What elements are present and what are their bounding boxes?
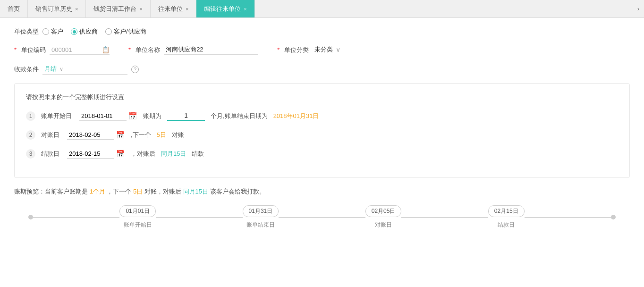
unit-category-label: 单位分类: [284, 46, 309, 54]
tab-bar: 首页 销售订单历史 × 钱货日清工作台 × 往来单位 × 编辑往来单位 × ›: [0, 0, 644, 18]
timeline-start-dot: [28, 215, 33, 219]
timeline-node-3: 02月05日 对账日: [365, 205, 402, 229]
preview-text: 账期预览：当前客户账期是 1个月 ，下一个 5日 对账，对账后 同月15日 该客…: [14, 187, 630, 196]
tab-cash-daily[interactable]: 钱货日清工作台 ×: [86, 0, 150, 17]
row-label-3: 结款日: [41, 150, 59, 158]
payment-chevron-icon: ∨: [59, 66, 63, 72]
date-input-2[interactable]: [67, 130, 114, 140]
preview-part1: 1个月: [90, 188, 105, 195]
calendar-icon-2[interactable]: 📅: [116, 131, 125, 139]
settings-box: 请按照未来的一个完整帐期进行设置 1 账单开始日 📅 账期为 个月,账单结束日期…: [14, 83, 630, 178]
required-name: *: [128, 46, 131, 53]
timeline-badge-4: 02月15日: [488, 205, 525, 217]
timeline-line-4: [401, 217, 488, 218]
tab-more-button[interactable]: ›: [633, 0, 644, 17]
payment-select[interactable]: 月结 ∨: [42, 64, 127, 75]
timeline-node-1: 01月01日 账单开始日: [119, 205, 156, 229]
payment-value: 月结: [44, 65, 57, 73]
preview-suffix: 该客户会给我打款。: [210, 188, 265, 195]
timeline: 01月01日 账单开始日 01月31日 账单结束日 02月05日 对账日 02月…: [14, 205, 630, 229]
payment-help-icon[interactable]: ?: [131, 66, 139, 73]
period-unit: 个月,账单结束日期为: [211, 112, 268, 120]
preview-part2-suffix: 对账，对账后: [144, 188, 181, 195]
required-category: *: [277, 46, 280, 53]
unit-category-value: 未分类: [314, 45, 333, 54]
radio-customer-circle: [42, 28, 49, 35]
tab-close-cash-daily[interactable]: ×: [139, 6, 142, 12]
radio-group: 客户 供应商 客户/供应商: [42, 27, 146, 36]
timeline-line-3: [279, 217, 365, 218]
date-input-group-1: 📅: [79, 111, 137, 121]
timeline-node-4: 02月15日 结款日: [488, 205, 525, 229]
radio-supplier[interactable]: 供应商: [71, 27, 98, 36]
period-end-date: 2018年01月31日: [273, 112, 319, 120]
payment-highlight: 同月15日: [161, 150, 186, 158]
calendar-icon-3[interactable]: 📅: [116, 150, 125, 158]
unit-type-group: 单位类型 客户 供应商 客户/供应商: [14, 27, 146, 36]
radio-supplier-circle: [71, 28, 77, 35]
tab-edit-partner[interactable]: 编辑往来单位 ×: [196, 0, 254, 17]
settings-row-1: 1 账单开始日 📅 账期为 个月,账单结束日期为 2018年01月31日: [26, 111, 618, 121]
tab-partner[interactable]: 往来单位 ×: [151, 0, 196, 17]
row-num-1: 1: [26, 111, 35, 121]
unit-category-select[interactable]: 未分类 ∨: [313, 44, 388, 55]
row-label-1: 账单开始日: [41, 112, 72, 120]
unit-category-group: * 单位分类 未分类 ∨: [277, 44, 388, 55]
reconcile-desc-prefix: ,下一个: [131, 131, 151, 139]
preview-part3-highlight: 同月15日: [183, 188, 208, 195]
timeline-badge-2: 01月31日: [243, 205, 279, 217]
settings-row-3: 3 结款日 📅 ，对账后 同月15日 结款: [26, 149, 618, 159]
unit-name-input[interactable]: [164, 45, 258, 55]
reconcile-desc-suffix: 对账: [172, 131, 184, 139]
date-input-1[interactable]: [79, 111, 127, 121]
radio-supplier-label: 供应商: [79, 27, 98, 36]
tab-home[interactable]: 首页: [0, 0, 28, 17]
timeline-badge-3: 02月05日: [365, 205, 402, 217]
tab-close-sales-history[interactable]: ×: [75, 6, 78, 12]
date-input-group-2: 📅: [67, 130, 125, 140]
timeline-line-2: [156, 217, 242, 218]
preview-prefix: 账期预览：当前客户账期是: [14, 188, 88, 195]
payment-label: 收款条件: [14, 65, 39, 74]
settings-row-2: 2 对账日 📅 ,下一个 5日 对账: [26, 130, 618, 140]
category-chevron-icon: ∨: [336, 46, 340, 53]
row-num-3: 3: [26, 149, 35, 159]
timeline-label-2: 账单结束日: [246, 221, 275, 229]
tab-close-partner[interactable]: ×: [186, 6, 188, 12]
tab-close-edit-partner[interactable]: ×: [244, 6, 246, 12]
payment-group: 收款条件 月结 ∨ ?: [14, 64, 139, 75]
unit-code-label: 单位编码: [21, 46, 46, 54]
timeline-end-dot: [611, 215, 616, 219]
payment-desc-prefix: ，对账后: [131, 150, 155, 158]
payment-row: 收款条件 月结 ∨ ?: [14, 64, 630, 75]
timeline-label-3: 对账日: [375, 221, 392, 229]
radio-customer[interactable]: 客户: [42, 27, 63, 36]
tab-sales-history[interactable]: 销售订单历史 ×: [28, 0, 86, 17]
main-content: 单位类型 客户 供应商 客户/供应商 * 单位编码: [0, 18, 644, 287]
radio-customer-supplier[interactable]: 客户/供应商: [105, 27, 146, 36]
date-input-3[interactable]: [67, 149, 114, 159]
timeline-line-5: [525, 217, 611, 218]
payment-desc-suffix: 结款: [192, 150, 204, 158]
radio-customer-label: 客户: [51, 27, 63, 36]
chevron-right-icon: ›: [637, 5, 639, 12]
required-code: *: [14, 46, 17, 53]
calendar-icon-1[interactable]: 📅: [128, 112, 137, 120]
unit-code-input-wrapper: 📋: [50, 45, 110, 55]
settings-title: 请按照未来的一个完整帐期进行设置: [26, 93, 618, 101]
unit-name-label: 单位名称: [136, 46, 160, 54]
reconcile-highlight: 5日: [157, 131, 166, 139]
timeline-line-1: [33, 217, 119, 218]
unit-code-calendar-icon[interactable]: 📋: [102, 46, 110, 53]
preview-section: 账期预览：当前客户账期是 1个月 ，下一个 5日 对账，对账后 同月15日 该客…: [14, 187, 630, 229]
row-label-2: 对账日: [41, 131, 59, 139]
unit-info-row: * 单位编码 📋 * 单位名称 * 单位分类 未分类 ∨: [14, 44, 630, 55]
radio-customer-supplier-label: 客户/供应商: [114, 27, 146, 36]
timeline-badge-1: 01月01日: [119, 205, 156, 217]
unit-type-label: 单位类型: [14, 27, 39, 36]
timeline-node-2: 01月31日 账单结束日: [243, 205, 279, 229]
unit-code-input[interactable]: [50, 45, 102, 54]
preview-part2-highlight: 5日: [133, 188, 143, 195]
row-num-2: 2: [26, 130, 35, 140]
period-input[interactable]: [167, 111, 205, 121]
